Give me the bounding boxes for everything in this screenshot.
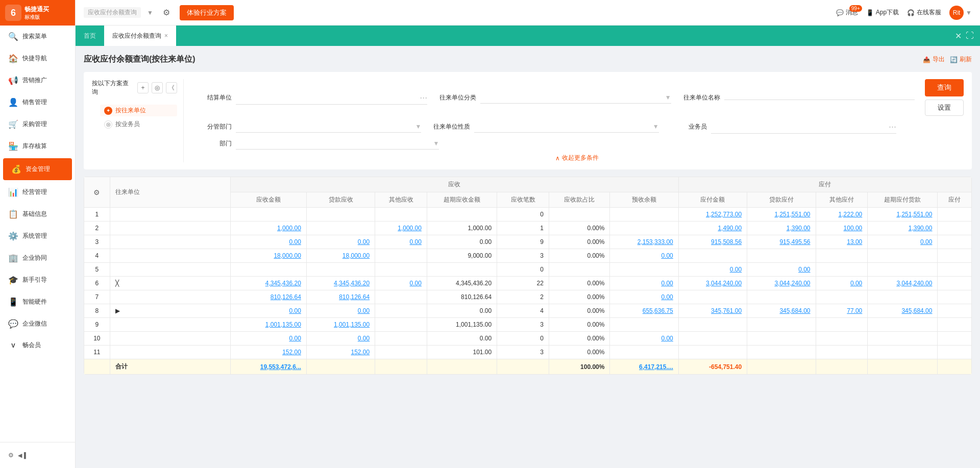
table-cell[interactable]: 0.00 xyxy=(306,332,375,346)
table-cell[interactable]: 1,000.00 xyxy=(230,221,306,235)
table-cell[interactable]: 1,251,551.00 xyxy=(868,208,938,221)
table-cell[interactable]: 345,761.00 xyxy=(678,304,747,318)
sidebar-item-enterprise[interactable]: 🏢 企业协同 xyxy=(0,247,75,269)
set-btn[interactable]: 设置 xyxy=(925,100,964,116)
window-close-icon[interactable]: ✕ xyxy=(955,31,962,41)
sidebar-item-operations[interactable]: 📊 经营管理 xyxy=(0,181,75,203)
field-input-dept[interactable]: ▼ xyxy=(236,138,439,150)
table-cell[interactable]: 0.00 xyxy=(816,277,868,290)
field-input-partner-nature[interactable]: ▼ xyxy=(474,121,658,133)
table-cell[interactable]: 1,252,773.00 xyxy=(678,208,747,221)
sidebar-collapse-btn[interactable]: ◀▐ xyxy=(18,452,26,459)
topbar-chevron[interactable]: ▼ xyxy=(147,9,153,16)
collapse-btn[interactable]: ∧ 收起更多条件 xyxy=(190,154,964,162)
th-settings[interactable]: ⚙ xyxy=(84,177,110,208)
chevron-down-icon-2: ▼ xyxy=(415,123,421,130)
table-cell[interactable]: 0.00 xyxy=(747,263,816,277)
tab-close-icon[interactable]: × xyxy=(164,32,168,39)
export-btn[interactable]: 📤 导出 xyxy=(923,55,945,64)
purchase-icon: 🛒 xyxy=(8,119,18,129)
table-cell[interactable]: 0.00 xyxy=(306,304,375,318)
table-cell[interactable]: 345,684.00 xyxy=(868,304,938,318)
table-cell[interactable]: 0.00 xyxy=(230,304,306,318)
table-cell[interactable]: 0.00 xyxy=(230,235,306,249)
window-expand-icon[interactable]: ⛶ xyxy=(966,31,974,40)
table-cell[interactable]: 1,251,551.00 xyxy=(747,208,816,221)
app-download-btn[interactable]: 📱 App下载 xyxy=(866,8,899,17)
table-cell[interactable]: 0.00 xyxy=(610,332,678,346)
table-cell[interactable]: 3,044,240.00 xyxy=(868,277,938,290)
table-cell[interactable]: 3,044,240.00 xyxy=(747,277,816,290)
table-cell[interactable]: 0.00 xyxy=(610,249,678,263)
scheme-collapse-btn[interactable]: 《 xyxy=(166,82,177,93)
table-cell[interactable]: 0.00 xyxy=(306,235,375,249)
table-cell[interactable]: 152.00 xyxy=(306,346,375,359)
scheme-edit-btn[interactable]: ◎ xyxy=(152,82,163,93)
refresh-btn[interactable]: 🔄 刷新 xyxy=(950,55,972,64)
notification-btn[interactable]: 💬 消息 99+ xyxy=(836,8,858,17)
sidebar-item-purchase[interactable]: 🛒 采购管理 xyxy=(0,113,75,135)
table-cell[interactable]: 1,390.00 xyxy=(868,221,938,235)
field-input-category[interactable]: ▼ xyxy=(480,92,671,104)
scheme-salesman-option[interactable]: ◎ 按业务员 xyxy=(100,118,177,130)
table-cell[interactable]: 345,684.00 xyxy=(747,304,816,318)
sidebar-item-wechat[interactable]: 💬 企业微信 xyxy=(0,313,75,335)
query-btn[interactable]: 查询 xyxy=(925,79,964,96)
table-cell[interactable]: 1,000.00 xyxy=(375,221,427,235)
sidebar-item-system[interactable]: ⚙️ 系统管理 xyxy=(0,225,75,247)
sidebar-item-marketing[interactable]: 📢 营销推广 xyxy=(0,69,75,91)
table-cell[interactable]: 13.00 xyxy=(816,235,868,249)
table-cell[interactable]: 18,000.00 xyxy=(230,249,306,263)
sidebar-item-label: 企业协同 xyxy=(22,254,47,262)
table-cell[interactable]: 1,001,135.00 xyxy=(306,318,375,332)
table-cell[interactable]: 0.00 xyxy=(375,277,427,290)
topbar-gear-icon[interactable]: ⚙ xyxy=(159,6,174,20)
table-cell[interactable]: 0.00 xyxy=(230,332,306,346)
tab-query[interactable]: 应收应付余额查询 × xyxy=(104,26,176,46)
table-cell[interactable]: 655,636.75 xyxy=(610,304,678,318)
user-avatar[interactable]: Rit ▼ xyxy=(949,6,972,20)
sidebar-item-smart-hw[interactable]: 📱 智能硬件 xyxy=(0,291,75,313)
sidebar-item-member[interactable]: V 畅会员 xyxy=(0,335,75,356)
sidebar-item-inventory[interactable]: 🏪 库存核算 xyxy=(0,135,75,157)
table-cell[interactable]: 4,345,436.20 xyxy=(306,277,375,290)
table-cell[interactable]: 0.00 xyxy=(375,235,427,249)
sidebar-item-sales[interactable]: 👤 销售管理 xyxy=(0,91,75,113)
table-cell[interactable]: 3,044,240.00 xyxy=(678,277,747,290)
sidebar-item-quick-nav[interactable]: 🏠 快捷导航 xyxy=(0,47,75,69)
table-settings-icon[interactable]: ⚙ xyxy=(93,188,100,196)
table-cell[interactable]: 1,390.00 xyxy=(747,221,816,235)
scheme-partner-option[interactable]: ✦ 按往来单位 xyxy=(100,105,177,116)
table-cell[interactable]: 1,222.00 xyxy=(816,208,868,221)
table-cell[interactable]: 152.00 xyxy=(230,346,306,359)
field-input-partner-name[interactable] xyxy=(724,95,915,100)
table-cell[interactable]: 77.00 xyxy=(816,304,868,318)
online-service-btn[interactable]: 🎧 在线客服 xyxy=(907,8,941,17)
sidebar-settings-btn[interactable]: ⚙ ◀▐ xyxy=(0,447,75,464)
table-cell[interactable]: 810,126.64 xyxy=(306,290,375,304)
table-cell[interactable]: 915,495.56 xyxy=(747,235,816,249)
sidebar-item-guide[interactable]: 🎓 新手引导 xyxy=(0,269,75,291)
tab-home[interactable]: 首页 xyxy=(76,26,104,46)
scheme-add-btn[interactable]: + xyxy=(137,82,149,93)
table-cell[interactable]: 18,000.00 xyxy=(306,249,375,263)
table-cell[interactable]: 0.00 xyxy=(678,263,747,277)
member-icon: V xyxy=(8,342,18,349)
table-cell[interactable]: 0.00 xyxy=(610,290,678,304)
table-cell[interactable]: 4,345,436.20 xyxy=(230,277,306,290)
sidebar-item-search[interactable]: 🔍 搜索菜单 xyxy=(0,26,75,47)
sidebar-item-finance[interactable]: 💰 资金管理 xyxy=(3,158,72,180)
field-input-settlement[interactable]: ··· xyxy=(236,91,427,105)
industry-btn[interactable]: 体验行业方案 xyxy=(180,5,234,20)
table-cell[interactable]: 2,153,333.00 xyxy=(610,235,678,249)
table-cell[interactable]: 0.00 xyxy=(868,235,938,249)
table-cell[interactable]: 0.00 xyxy=(610,277,678,290)
field-input-dept-manager[interactable]: ▼ xyxy=(236,121,421,133)
sidebar-item-basic-info[interactable]: 📋 基础信息 xyxy=(0,203,75,225)
table-cell[interactable]: 810,126.64 xyxy=(230,290,306,304)
table-cell[interactable]: 1,001,135.00 xyxy=(230,318,306,332)
table-cell[interactable]: 100.00 xyxy=(816,221,868,235)
table-cell[interactable]: 1,490.00 xyxy=(678,221,747,235)
field-input-salesman[interactable]: ··· xyxy=(711,120,896,134)
table-cell[interactable]: 915,508.56 xyxy=(678,235,747,249)
